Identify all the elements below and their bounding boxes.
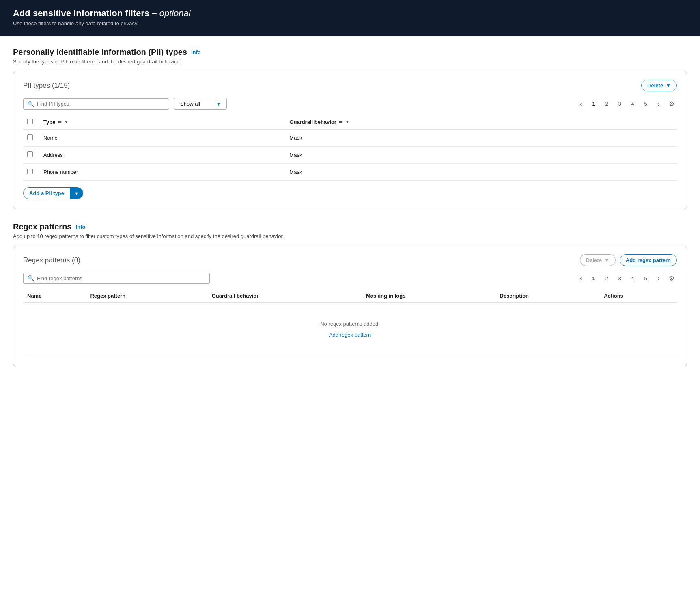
filter-caret-icon: ▼ (216, 102, 221, 106)
table-row: Name Mask (23, 129, 677, 147)
pii-section-subtitle: Specify the types of PII to be filtered … (13, 58, 687, 65)
regex-settings-icon[interactable]: ⚙ (666, 273, 677, 283)
regex-add-button-header[interactable]: Add regex pattern (620, 254, 677, 266)
delete-caret-icon: ▼ (666, 82, 671, 89)
regex-card: Regex patterns (0) Delete ▼ Add regex pa… (13, 246, 687, 366)
regex-card-header: Regex patterns (0) Delete ▼ Add regex pa… (23, 254, 677, 266)
page-subtitle: Use these filters to handle any data rel… (13, 20, 687, 26)
pii-row-0-checkbox[interactable] (27, 134, 33, 140)
pii-select-all-checkbox[interactable] (27, 119, 33, 124)
type-filter-icon[interactable]: ▼ (64, 120, 68, 124)
pii-section-title: Personally Identifiable Information (PII… (13, 48, 687, 57)
pii-section: Personally Identifiable Information (PII… (13, 48, 687, 209)
regex-name-header: Name (23, 290, 86, 303)
regex-controls-row: 🔍 ‹ 1 2 3 4 5 › ⚙ (23, 273, 677, 284)
type-edit-icon[interactable]: ✏ (58, 119, 62, 125)
regex-empty-add-link[interactable]: Add regex pattern (40, 332, 660, 338)
pii-row-1-type: Address (39, 147, 285, 164)
regex-actions-header: Actions (600, 290, 677, 303)
regex-search-icon: 🔍 (28, 275, 34, 281)
pii-search-icon: 🔍 (28, 101, 34, 107)
pii-page-4[interactable]: 4 (627, 99, 638, 109)
pii-table: Type ✏ ▼ Guardrail behavior ✏ ▼ (23, 115, 677, 181)
regex-table-header: Name Regex pattern Guardrail behavior Ma… (23, 290, 677, 303)
pii-page-1[interactable]: 1 (588, 99, 599, 109)
pii-page-3[interactable]: 3 (614, 99, 625, 109)
add-pii-split-button[interactable]: Add a PII type ▼ (23, 187, 83, 199)
regex-search-input[interactable] (37, 275, 205, 281)
regex-card-title: Regex patterns (0) (23, 256, 80, 264)
regex-pagination: ‹ 1 2 3 4 5 › ⚙ (575, 273, 677, 283)
regex-guardrail-header: Guardrail behavior (208, 290, 362, 303)
pii-filter-dropdown[interactable]: Show all ▼ (174, 98, 227, 110)
pii-search-input[interactable] (37, 101, 165, 107)
regex-page-2[interactable]: 2 (601, 273, 612, 283)
pii-row-1-guardrail: Mask (285, 147, 677, 164)
pii-delete-button[interactable]: Delete ▼ (641, 80, 677, 91)
pii-card-header: PII types (1/15) Delete ▼ (23, 80, 677, 91)
pii-row-2-guardrail: Mask (285, 164, 677, 181)
regex-empty-state: No regex patterns added. Add regex patte… (27, 308, 673, 351)
regex-page-3[interactable]: 3 (614, 273, 625, 283)
regex-masking-header: Masking in logs (362, 290, 496, 303)
main-content: Personally Identifiable Information (PII… (0, 36, 700, 391)
pii-row-2-type: Phone number (39, 164, 285, 181)
regex-section-subtitle: Add up to 10 regex patterns to filter cu… (13, 233, 687, 239)
regex-description-header: Description (496, 290, 600, 303)
regex-info-link[interactable]: Info (76, 224, 86, 230)
pii-row-0-type: Name (39, 129, 285, 147)
pii-card-title: PII types (1/15) (23, 82, 70, 90)
guardrail-filter-icon[interactable]: ▼ (345, 120, 349, 124)
pii-controls-row: 🔍 Show all ▼ ‹ 1 2 3 4 5 › ⚙ (23, 98, 677, 110)
table-row: Address Mask (23, 147, 677, 164)
guardrail-edit-icon[interactable]: ✏ (339, 119, 343, 125)
pii-type-header: Type ✏ ▼ (39, 115, 285, 129)
pii-table-header: Type ✏ ▼ Guardrail behavior ✏ ▼ (23, 115, 677, 129)
pii-add-button-container: Add a PII type ▼ (23, 187, 677, 199)
header-banner: Add sensitive information filters – opti… (0, 0, 700, 36)
add-pii-button[interactable]: Add a PII type (24, 188, 70, 199)
regex-section: Regex patterns Info Add up to 10 regex p… (13, 222, 687, 366)
add-pii-dropdown-button[interactable]: ▼ (70, 188, 83, 199)
pii-search-box[interactable]: 🔍 (23, 98, 169, 110)
pii-settings-icon[interactable]: ⚙ (666, 99, 677, 109)
regex-delete-button[interactable]: Delete ▼ (580, 254, 616, 266)
regex-section-title: Regex patterns Info (13, 222, 687, 231)
regex-search-box[interactable]: 🔍 (23, 273, 210, 284)
regex-empty-row: No regex patterns added. Add regex patte… (23, 303, 677, 356)
pii-row-0-guardrail: Mask (285, 129, 677, 147)
pii-guardrail-header: Guardrail behavior ✏ ▼ (285, 115, 677, 129)
regex-empty-message: No regex patterns added. (320, 321, 380, 327)
regex-next-page[interactable]: › (653, 273, 664, 283)
pii-next-page[interactable]: › (653, 99, 664, 109)
regex-pattern-header: Regex pattern (86, 290, 207, 303)
regex-page-4[interactable]: 4 (627, 273, 638, 283)
pii-prev-page[interactable]: ‹ (575, 99, 586, 109)
pii-row-2-checkbox[interactable] (27, 169, 33, 174)
regex-header-actions: Delete ▼ Add regex pattern (580, 254, 677, 266)
regex-page-1[interactable]: 1 (588, 273, 599, 283)
pii-pagination: ‹ 1 2 3 4 5 › ⚙ (575, 99, 677, 109)
pii-page-5[interactable]: 5 (640, 99, 651, 109)
regex-table: Name Regex pattern Guardrail behavior Ma… (23, 290, 677, 356)
page-title: Add sensitive information filters – opti… (13, 8, 687, 19)
regex-prev-page[interactable]: ‹ (575, 273, 586, 283)
pii-info-link[interactable]: Info (191, 49, 201, 55)
table-row: Phone number Mask (23, 164, 677, 181)
pii-page-2[interactable]: 2 (601, 99, 612, 109)
pii-row-1-checkbox[interactable] (27, 151, 33, 157)
regex-delete-caret-icon: ▼ (604, 257, 610, 263)
regex-page-5[interactable]: 5 (640, 273, 651, 283)
pii-card: PII types (1/15) Delete ▼ 🔍 Show all ▼ (13, 71, 687, 209)
